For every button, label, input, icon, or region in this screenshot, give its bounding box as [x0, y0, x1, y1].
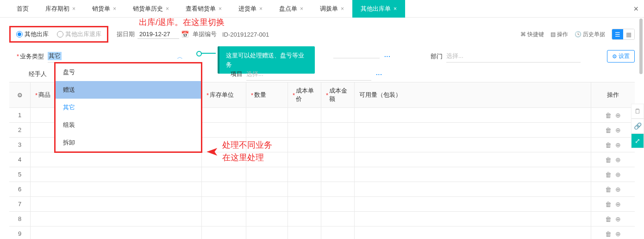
add-row-icon[interactable]: ⊕ — [615, 215, 621, 223]
radio-other-out-return[interactable]: 其他出库退库 — [57, 30, 101, 38]
cell-available[interactable] — [355, 167, 591, 182]
list-view-button[interactable]: ☰ — [612, 29, 623, 39]
delete-row-icon[interactable]: 🗑 — [605, 171, 612, 178]
add-row-icon[interactable]: ⊕ — [615, 230, 621, 238]
close-icon[interactable]: × — [113, 6, 116, 12]
cell-available[interactable] — [355, 108, 591, 122]
table-row[interactable]: 7🗑⊕ — [9, 197, 635, 212]
cell-unit[interactable] — [202, 108, 246, 122]
close-icon[interactable]: × — [166, 6, 169, 12]
close-icon[interactable]: × — [300, 6, 303, 12]
add-row-icon[interactable]: ⊕ — [615, 141, 621, 149]
shortcut-button[interactable]: ⌘快捷键 — [520, 31, 544, 38]
cell-cost-amount[interactable] — [321, 182, 355, 196]
tab-inventory[interactable]: 盘点单× — [271, 0, 312, 18]
settings-button[interactable]: ⚙设置 — [607, 50, 635, 63]
date-input[interactable]: 2019-12-27 — [138, 30, 179, 39]
option-zuzhuang[interactable]: 组装 — [56, 116, 201, 134]
cell-qty[interactable] — [246, 226, 288, 239]
table-row[interactable]: 9🗑⊕ — [9, 226, 635, 239]
cell-product[interactable] — [31, 167, 202, 182]
cell-available[interactable] — [355, 138, 591, 152]
close-icon[interactable]: × — [341, 6, 344, 12]
option-qita[interactable]: 其它 — [56, 99, 201, 116]
cell-unit[interactable] — [202, 226, 246, 239]
close-icon[interactable]: × — [633, 4, 638, 14]
tab-other-out[interactable]: 其他出库单× — [352, 0, 405, 18]
cell-qty[interactable] — [246, 182, 288, 196]
cell-unit[interactable] — [202, 197, 246, 211]
delete-row-icon[interactable]: 🗑 — [605, 112, 612, 119]
add-row-icon[interactable]: ⊕ — [615, 186, 621, 193]
table-row[interactable]: 5🗑⊕ — [9, 167, 635, 182]
table-row[interactable]: 8🗑⊕ — [9, 212, 635, 226]
cell-available[interactable] — [355, 197, 591, 211]
close-icon[interactable]: × — [394, 6, 397, 12]
cell-qty[interactable] — [246, 167, 288, 182]
delete-row-icon[interactable]: 🗑 — [605, 186, 612, 193]
project-select[interactable]: 选择... — [246, 68, 371, 81]
cell-unit[interactable] — [202, 182, 246, 196]
option-pankui[interactable]: 盘亏 — [56, 63, 201, 81]
cell-available[interactable] — [355, 212, 591, 226]
cell-product[interactable] — [31, 152, 202, 167]
add-row-icon[interactable]: ⊕ — [615, 201, 621, 208]
table-row[interactable]: 6🗑⊕ — [9, 182, 635, 197]
cell-available[interactable] — [355, 152, 591, 167]
cell-cost-amount[interactable] — [321, 167, 355, 182]
cell-cost-amount[interactable] — [321, 152, 355, 167]
cell-qty[interactable] — [246, 108, 288, 122]
delete-row-icon[interactable]: 🗑 — [605, 126, 612, 134]
cell-cost-price[interactable] — [288, 138, 321, 152]
cell-cost-price[interactable] — [288, 152, 321, 167]
cell-unit[interactable] — [202, 123, 246, 137]
delete-row-icon[interactable]: 🗑 — [605, 230, 612, 238]
cell-product[interactable] — [31, 182, 202, 196]
history-button[interactable]: 🕓历史单据 — [575, 31, 605, 38]
option-chexie[interactable]: 拆卸 — [56, 134, 201, 151]
option-zengsong[interactable]: 赠送 — [56, 81, 201, 99]
cell-cost-amount[interactable] — [321, 197, 355, 211]
cell-cost-price[interactable] — [288, 182, 321, 196]
more-icon[interactable]: ··· — [384, 53, 391, 60]
biztype-select[interactable]: 其它 〈 — [48, 50, 182, 63]
delete-row-icon[interactable]: 🗑 — [605, 156, 612, 164]
cell-available[interactable] — [355, 123, 591, 137]
cell-unit[interactable] — [202, 212, 246, 226]
cell-cost-price[interactable] — [288, 226, 321, 239]
cell-product[interactable] — [31, 226, 202, 239]
tab-view-sales[interactable]: 查看销货单× — [177, 0, 230, 18]
cell-cost-price[interactable] — [288, 212, 321, 226]
close-icon[interactable]: × — [219, 6, 222, 12]
cell-unit[interactable] — [202, 167, 246, 182]
cell-cost-price[interactable] — [288, 167, 321, 182]
add-row-icon[interactable]: ⊕ — [615, 156, 621, 164]
cell-cost-price[interactable] — [288, 197, 321, 211]
grid-view-button[interactable]: ▦ — [623, 29, 634, 39]
tab-sales[interactable]: 销货单× — [84, 0, 125, 18]
cell-qty[interactable] — [246, 197, 288, 211]
delete-row-icon[interactable]: 🗑 — [605, 215, 612, 223]
tab-purchase[interactable]: 进货单× — [230, 0, 271, 18]
cell-cost-amount[interactable] — [321, 138, 355, 152]
dept-select[interactable]: 选择... — [446, 50, 581, 63]
tab-stock-init[interactable]: 库存期初× — [37, 0, 84, 18]
cell-cost-price[interactable] — [288, 123, 321, 137]
cell-available[interactable] — [355, 182, 591, 196]
cell-product[interactable] — [31, 197, 202, 211]
cell-cost-amount[interactable] — [321, 212, 355, 226]
operate-button[interactable]: ▤操作 — [550, 31, 568, 38]
cell-cost-price[interactable] — [288, 108, 321, 122]
close-icon[interactable]: × — [72, 6, 75, 12]
calendar-icon[interactable]: 📅 — [181, 31, 189, 38]
more-icon[interactable]: ··· — [376, 71, 382, 78]
cell-cost-amount[interactable] — [321, 123, 355, 137]
add-row-icon[interactable]: ⊕ — [615, 112, 621, 119]
add-row-icon[interactable]: ⊕ — [615, 171, 621, 178]
side-note-button[interactable]: 🗒 — [631, 104, 644, 119]
cell-qty[interactable] — [246, 212, 288, 226]
gear-icon[interactable]: ⚙ — [9, 82, 31, 107]
add-row-icon[interactable]: ⊕ — [615, 126, 621, 134]
tab-transfer[interactable]: 调拨单× — [312, 0, 352, 18]
side-expand-button[interactable]: ⤢ — [631, 133, 644, 148]
